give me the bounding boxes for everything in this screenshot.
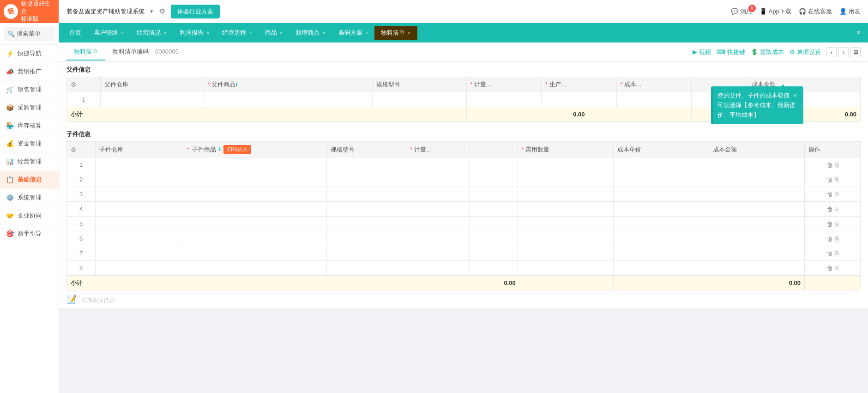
child-row-unit-cost[interactable] [613, 246, 709, 261]
child-unit-input[interactable] [406, 172, 470, 187]
parent-settings-icon[interactable]: ⚙ [71, 81, 77, 88]
close-tab-history[interactable]: × [249, 30, 252, 36]
child-unit-input[interactable] [406, 217, 470, 231]
tab-bom[interactable]: 物料清单 × [374, 26, 417, 40]
delete-icon[interactable]: 🗑 [826, 235, 833, 242]
close-tab-barcode[interactable]: × [365, 30, 368, 36]
tab-customer[interactable]: 客户联络 × [88, 26, 130, 40]
child-product-input[interactable] [183, 157, 326, 172]
copy-icon[interactable]: ⎘ [835, 161, 838, 169]
delete-icon[interactable]: 🗑 [826, 161, 833, 169]
delete-icon[interactable]: 🗑 [826, 250, 833, 257]
child-row-unit[interactable] [406, 157, 470, 172]
child-warehouse-input[interactable] [96, 187, 183, 201]
child-unit-cost-input[interactable] [614, 187, 709, 201]
child-qty-input[interactable] [518, 246, 613, 260]
child-row-qty[interactable] [518, 172, 613, 187]
child-row-unit-cost[interactable] [613, 187, 709, 202]
child-spec-input[interactable] [327, 187, 406, 201]
child-row-spec[interactable] [326, 157, 406, 172]
sidebar-item-inventory[interactable]: 🏪 库存核算 [0, 117, 59, 135]
child-product-input[interactable] [183, 246, 326, 260]
sidebar-item-purchase[interactable]: 📦 采购管理 [0, 99, 59, 117]
child-row-qty[interactable] [518, 217, 613, 231]
child-product-input[interactable] [183, 202, 326, 216]
topbar-dropdown-icon[interactable]: ▾ [150, 8, 153, 15]
copy-icon[interactable]: ⎘ [835, 265, 838, 272]
child-row-unit-cost[interactable] [613, 172, 709, 187]
child-row-unit[interactable] [406, 231, 470, 246]
child-row-product[interactable] [183, 246, 326, 261]
child-row-spec[interactable] [326, 261, 406, 276]
child-warehouse-input[interactable] [96, 217, 183, 231]
copy-icon[interactable]: ⎘ [835, 235, 838, 242]
doc-setting-btn[interactable]: ⚙ 单据设置 [790, 48, 821, 56]
close-all-tabs[interactable]: × [853, 29, 864, 37]
child-qty-input[interactable] [518, 261, 613, 275]
trial-btn[interactable]: 体验行业方案 [171, 5, 220, 18]
parent-row-1-warehouse[interactable] [101, 92, 204, 107]
child-settings-icon[interactable]: ⚙ [71, 146, 77, 153]
child-row-product[interactable] [183, 261, 326, 276]
delete-icon[interactable]: 🗑 [826, 191, 833, 198]
child-unit-input[interactable] [406, 246, 470, 260]
parent-produce-input[interactable] [542, 92, 616, 107]
child-row-product[interactable] [183, 217, 326, 231]
sidebar-item-basic[interactable]: 📋 基础信息 [0, 171, 59, 189]
child-unit-cost-input[interactable] [614, 172, 709, 187]
copy-icon[interactable]: ⎘ [835, 220, 838, 228]
close-tab-bom[interactable]: × [408, 30, 410, 36]
child-row-warehouse[interactable] [96, 246, 183, 261]
sidebar-item-system[interactable]: ⚙️ 系统管理 [0, 189, 59, 207]
parent-row-1-spec[interactable] [373, 92, 466, 107]
video-btn[interactable]: ▶ 视频 [693, 48, 711, 56]
child-spec-input[interactable] [327, 172, 406, 187]
child-spec-input[interactable] [327, 261, 406, 275]
child-warehouse-input[interactable] [96, 231, 183, 246]
child-row-warehouse[interactable] [96, 261, 183, 276]
child-unit-cost-input[interactable] [614, 202, 709, 216]
child-row-warehouse[interactable] [96, 187, 183, 202]
delete-icon[interactable]: 🗑 [826, 220, 833, 228]
scan-btn[interactable]: 扫码录入 [223, 145, 251, 154]
next-arrow[interactable]: › [838, 47, 849, 57]
child-row-unit-cost[interactable] [613, 217, 709, 231]
message-btn[interactable]: 💬 消息 6 [731, 7, 752, 16]
sidebar-item-collab[interactable]: 🤝 企业协同 [0, 207, 59, 225]
child-unit-cost-input[interactable] [614, 246, 709, 260]
sidebar-item-finance[interactable]: 💰 资金管理 [0, 135, 59, 153]
tooltip-close-btn[interactable]: × [793, 91, 797, 101]
child-row-product[interactable] [183, 172, 326, 187]
online-service-btn[interactable]: 🎧 在线客服 [799, 7, 832, 16]
child-row-qty[interactable] [518, 202, 613, 217]
copy-icon[interactable]: ⎘ [835, 250, 838, 257]
child-product-input[interactable] [183, 217, 326, 231]
child-qty-input[interactable] [518, 172, 613, 187]
child-unit-cost-input[interactable] [614, 231, 709, 246]
child-row-qty[interactable] [518, 187, 613, 202]
delete-icon[interactable]: 🗑 [826, 265, 833, 272]
child-qty-input[interactable] [518, 217, 613, 231]
child-row-product[interactable] [183, 157, 326, 172]
tab-operations[interactable]: 经营情况 × [130, 26, 173, 40]
child-row-qty[interactable] [518, 157, 613, 172]
tab-newgoods[interactable]: 新增商品 × [289, 26, 332, 40]
parent-row-1-product[interactable] [204, 92, 373, 107]
child-product-help[interactable]: ℹ [219, 146, 221, 152]
child-row-warehouse[interactable] [96, 172, 183, 187]
child-qty-input[interactable] [518, 231, 613, 246]
child-warehouse-input[interactable] [96, 246, 183, 260]
close-tab-newgoods[interactable]: × [322, 30, 325, 36]
child-qty-input[interactable] [518, 202, 613, 216]
child-row-spec[interactable] [326, 202, 406, 217]
parent-row-1-unit[interactable] [466, 92, 542, 107]
copy-icon[interactable]: ⎘ [835, 176, 838, 183]
tab-home[interactable]: 首页 [63, 26, 88, 40]
child-spec-input[interactable] [327, 202, 406, 216]
child-row-unit-cost[interactable] [613, 157, 709, 172]
child-warehouse-input[interactable] [96, 202, 183, 216]
child-row-warehouse[interactable] [96, 202, 183, 217]
settings-icon[interactable]: ⚙ [159, 7, 165, 16]
child-unit-cost-input[interactable] [614, 217, 709, 231]
shortcut-btn[interactable]: ⌨ 快捷键 [717, 48, 745, 56]
